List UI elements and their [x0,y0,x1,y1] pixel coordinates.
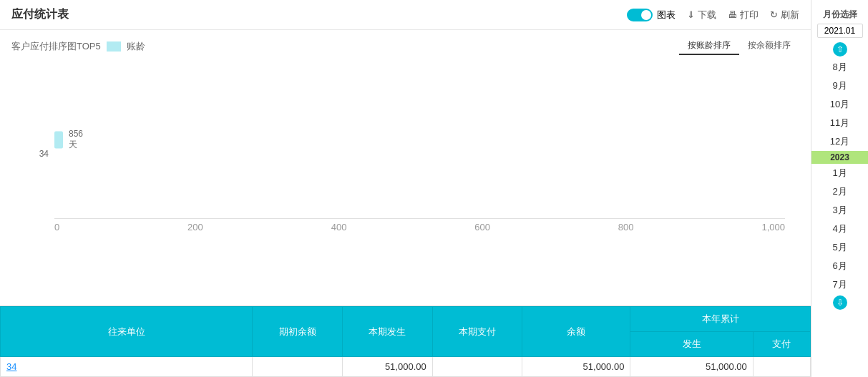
td-unit: 34 [1,357,253,377]
x-axis: 0 200 400 600 800 1,000 [54,218,785,232]
th-balance: 余额 [522,307,630,357]
bar-row: 856天 [54,129,83,151]
table-row: 34 51,000.00 51,000.00 51,000.00 [1,357,811,377]
chart-header: 客户应付排序图TOP5 账龄 按账龄排序 按余额排序 [11,37,799,55]
page-title: 应付统计表 [11,7,69,22]
sidebar-month-4[interactable]: 4月 [811,220,868,238]
x-label-600: 600 [474,222,490,232]
sidebar-month-8[interactable]: 8月 [811,58,868,77]
nav-up-button[interactable]: ⇧ [833,42,847,57]
sidebar-month-11[interactable]: 11月 [811,114,868,132]
header-actions: 图表 ⇓ 下载 🖶 打印 ↻ 刷新 [627,9,799,21]
refresh-button[interactable]: ↻ 刷新 [770,9,799,21]
download-icon: ⇓ [687,9,695,20]
x-label-200: 200 [187,222,203,232]
y-axis-label: 34 [11,75,54,232]
chart-toggle-wrap: 图表 [627,9,676,21]
chart-sort-buttons: 按账龄排序 按余额排序 [679,37,799,55]
sidebar-month-12[interactable]: 12月 [811,132,868,151]
chart-wrapper: 34 856天 0 200 400 600 [11,61,799,261]
legend-box-label: 账龄 [127,40,145,53]
legend-box [107,41,121,52]
print-icon: 🖶 [728,9,737,20]
bar-element [54,131,63,148]
sidebar-month-5[interactable]: 5月 [811,238,868,257]
x-label-800: 800 [618,222,634,232]
chart-bar-area: 856天 0 200 400 600 800 1,000 [54,75,785,232]
td-balance: 51,000.00 [522,357,630,377]
th-ytd-group: 本年累计 [630,307,811,332]
th-current-occ: 本期发生 [342,307,432,357]
td-current-pay [432,357,522,377]
th-current-pay: 本期支付 [432,307,522,357]
sidebar-month-9[interactable]: 9月 [811,77,868,95]
td-ytd-pay [753,357,810,377]
th-ytd-occ: 发生 [630,332,753,357]
th-ytd-pay: 支付 [753,332,810,357]
td-current-occ: 51,000.00 [342,357,432,377]
data-table: 往来单位 期初余额 本期发生 本期支付 余额 本年累计 发生 支付 34 [0,306,811,377]
bars-container: 856天 [54,75,785,204]
print-button[interactable]: 🖶 打印 [728,9,759,21]
td-opening [253,357,343,377]
year-2023-label: 2023 [811,151,868,164]
chart-toggle-label: 图表 [657,9,676,21]
chart-toggle[interactable] [627,9,653,21]
download-button[interactable]: ⇓ 下载 [687,9,716,21]
th-unit: 往来单位 [1,307,253,357]
chart-legend: 客户应付排序图TOP5 账龄 [11,40,145,53]
sidebar-month-6[interactable]: 6月 [811,257,868,275]
refresh-icon: ↻ [770,9,778,20]
month-list: 8月 9月 10月 11月 12月 2023 1月 2月 3月 4月 5月 6月… [811,58,868,294]
sidebar-month-10[interactable]: 10月 [811,95,868,114]
table-area: 往来单位 期初余额 本期发生 本期支付 余额 本年累计 发生 支付 34 [0,305,811,377]
year-input[interactable] [817,24,863,38]
unit-link[interactable]: 34 [6,361,16,372]
legend-text: 客户应付排序图TOP5 [11,40,101,53]
x-label-1000: 1,000 [761,222,785,232]
bar-end-label: 856天 [69,129,83,151]
chart-area: 客户应付排序图TOP5 账龄 按账龄排序 按余额排序 34 [0,30,811,305]
th-opening: 期初余额 [253,307,343,357]
td-ytd-occ: 51,000.00 [630,357,753,377]
sidebar-month-7[interactable]: 7月 [811,275,868,294]
nav-down-button[interactable]: ⇩ [833,295,847,310]
bar-row-label: 34 [39,149,49,159]
sort-by-age-button[interactable]: 按账龄排序 [679,37,739,55]
toggle-knob [641,10,651,20]
sort-by-balance-button[interactable]: 按余额排序 [739,37,799,55]
x-label-400: 400 [331,222,347,232]
sidebar-month-2[interactable]: 2月 [811,182,868,201]
sidebar-title: 月份选择 [823,6,857,24]
page-header: 应付统计表 图表 ⇓ 下载 🖶 打印 ↻ 刷新 [0,0,811,30]
sidebar-month-3[interactable]: 3月 [811,201,868,220]
x-label-0: 0 [54,222,59,232]
sidebar-month-1[interactable]: 1月 [811,164,868,182]
month-sidebar: 月份选择 ⇧ 8月 9月 10月 11月 12月 2023 1月 2月 3月 4… [811,0,868,377]
